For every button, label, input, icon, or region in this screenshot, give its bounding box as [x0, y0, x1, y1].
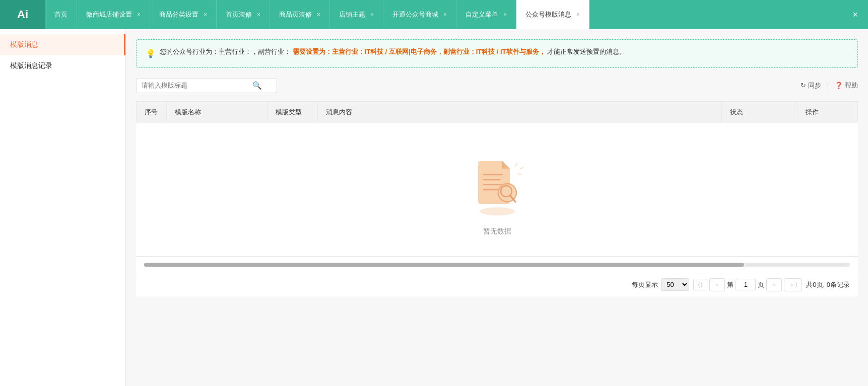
- svg-line-10: [517, 174, 521, 175]
- toolbar-divider: |: [827, 82, 829, 89]
- empty-state: 暂无数据: [136, 123, 858, 256]
- nav-tabs: 首页微商城店铺设置×商品分类设置×首页装修×商品页装修×店铺主题×开通公众号商城…: [45, 0, 842, 29]
- main-content: 💡 您的公众号行业为：主营行业：，副营行业： 需要设置为：主营行业：IT科技 /…: [126, 29, 868, 386]
- sidebar-item-模版消息记录[interactable]: 模版消息记录: [0, 55, 125, 76]
- page-unit: 页: [758, 280, 764, 289]
- notice-box: 💡 您的公众号行业为：主营行业：，副营行业： 需要设置为：主营行业：IT科技 /…: [136, 39, 858, 68]
- prev-page-button[interactable]: ＜: [709, 278, 725, 291]
- svg-line-9: [520, 168, 523, 169]
- nav-tab-商品分类设置[interactable]: 商品分类设置×: [150, 0, 217, 29]
- pagination: 每页显示 102050100 ⟨⟨ ＜ 第 页 ＞ ＞⟩ 共0页, 0条记录: [136, 273, 858, 296]
- close-all-button[interactable]: ×: [842, 10, 868, 20]
- nav-tab-店铺主题[interactable]: 店铺主题×: [330, 0, 383, 29]
- col-模版名称: 模版名称: [167, 101, 268, 123]
- col-消息内容: 消息内容: [318, 101, 722, 123]
- sync-button[interactable]: ↻ 同步: [800, 81, 821, 90]
- empty-svg: [467, 153, 527, 219]
- last-page-button[interactable]: ＞⟩: [784, 278, 802, 291]
- nav-tab-首页[interactable]: 首页: [45, 0, 77, 29]
- search-input[interactable]: [142, 82, 252, 89]
- logo-text: Ai: [17, 8, 28, 21]
- search-input-wrap[interactable]: 🔍: [136, 78, 277, 93]
- nav-tab-close-icon[interactable]: ×: [503, 11, 507, 18]
- sync-label: 同步: [808, 81, 821, 90]
- per-page-control: 每页显示 102050100: [632, 278, 689, 291]
- nav-tab-close-icon[interactable]: ×: [257, 11, 260, 18]
- nav-tab-close-icon[interactable]: ×: [576, 11, 580, 18]
- scrollbar-area: [136, 256, 858, 273]
- next-page-button[interactable]: ＞: [766, 278, 782, 291]
- notice-text-highlight: 需要设置为：主营行业：IT科技 / 互联网|电子商务，副营行业：IT科技 / I…: [293, 48, 546, 55]
- notice-text: 您的公众号行业为：主营行业：，副营行业： 需要设置为：主营行业：IT科技 / 互…: [160, 47, 626, 57]
- notice-text-after: 才能正常发送预置的消息。: [547, 48, 626, 55]
- svg-point-0: [480, 207, 515, 215]
- help-label: 帮助: [845, 81, 858, 90]
- sync-icon: ↻: [800, 82, 806, 89]
- data-table: 序号模版名称模版类型消息内容状态操作: [136, 101, 858, 123]
- help-button[interactable]: ❓ 帮助: [835, 81, 858, 90]
- nav-tab-close-icon[interactable]: ×: [204, 11, 207, 18]
- table-head: 序号模版名称模版类型消息内容状态操作: [137, 101, 858, 123]
- nav-tab-微商城店铺设置[interactable]: 微商城店铺设置×: [77, 0, 150, 29]
- nav-tab-首页装修[interactable]: 首页装修×: [217, 0, 270, 29]
- col-模版类型: 模版类型: [268, 101, 318, 123]
- page-input[interactable]: [736, 279, 756, 290]
- col-操作: 操作: [797, 101, 858, 123]
- per-page-select[interactable]: 102050100: [661, 278, 689, 291]
- total-info: 共0页, 0条记录: [806, 280, 850, 289]
- top-nav: Ai 首页微商城店铺设置×商品分类设置×首页装修×商品页装修×店铺主题×开通公众…: [0, 0, 868, 29]
- sidebar: 模版消息模版消息记录: [0, 29, 126, 386]
- search-bar: 🔍 ↻ 同步 | ❓ 帮助: [136, 78, 858, 93]
- col-状态: 状态: [722, 101, 797, 123]
- nav-tab-close-icon[interactable]: ×: [137, 11, 141, 18]
- first-page-button[interactable]: ⟨⟨: [693, 279, 707, 290]
- nav-tab-close-icon[interactable]: ×: [443, 11, 447, 18]
- layout: 模版消息模版消息记录 💡 您的公众号行业为：主营行业：，副营行业： 需要设置为：…: [0, 29, 868, 386]
- fake-scrollbar[interactable]: [144, 263, 850, 267]
- page-nav: ⟨⟨ ＜ 第 页 ＞ ＞⟩: [693, 278, 802, 291]
- fake-scrollbar-thumb: [144, 263, 744, 267]
- col-序号: 序号: [137, 101, 167, 123]
- nav-tab-开通公众号商城[interactable]: 开通公众号商城×: [383, 0, 456, 29]
- search-icon[interactable]: 🔍: [252, 81, 262, 90]
- nav-tab-商品页装修[interactable]: 商品页装修×: [270, 0, 330, 29]
- notice-text-before: 您的公众号行业为：主营行业：，副营行业：: [160, 48, 291, 55]
- per-page-label: 每页显示: [632, 280, 658, 289]
- nav-tab-公众号模版消息[interactable]: 公众号模版消息×: [516, 0, 589, 29]
- sidebar-item-模版消息[interactable]: 模版消息: [0, 34, 125, 55]
- help-icon: ❓: [835, 82, 843, 89]
- page-label: 第: [727, 280, 733, 289]
- table-header-row: 序号模版名称模版类型消息内容状态操作: [137, 101, 858, 123]
- notice-icon: 💡: [146, 47, 156, 60]
- nav-tab-自定义菜单[interactable]: 自定义菜单×: [456, 0, 516, 29]
- toolbar-right: ↻ 同步 | ❓ 帮助: [800, 81, 858, 90]
- nav-tab-close-icon[interactable]: ×: [317, 11, 320, 18]
- svg-line-8: [515, 164, 517, 166]
- empty-text: 暂无数据: [483, 227, 511, 236]
- logo: Ai: [0, 0, 45, 29]
- empty-illustration: [467, 153, 527, 219]
- nav-tab-close-icon[interactable]: ×: [370, 11, 374, 18]
